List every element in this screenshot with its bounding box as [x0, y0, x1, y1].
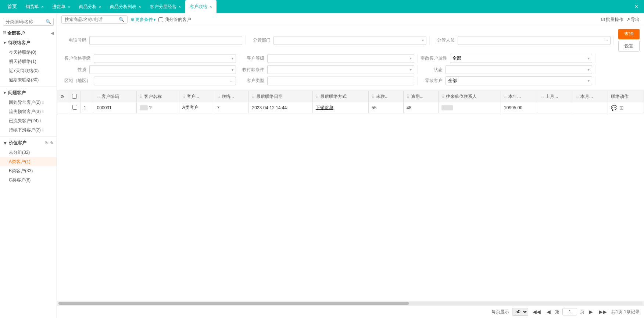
- action-icons: 💬 ⊞: [611, 105, 641, 111]
- sidebar-all-customers[interactable]: ⠿ 全部客户 ◀: [0, 29, 57, 38]
- page-next-btn[interactable]: ▶: [587, 309, 594, 315]
- retail-attr-select[interactable]: 全部▾: [450, 54, 592, 63]
- td-check[interactable]: [69, 102, 81, 113]
- sidebar-class-c[interactable]: C类客户(6): [0, 176, 57, 185]
- nature-select[interactable]: ▾: [89, 65, 236, 74]
- manager-label: 分管人员: [433, 37, 455, 43]
- phone-input[interactable]: [89, 36, 242, 45]
- edit-icon[interactable]: ✎: [50, 141, 54, 146]
- th-last-month[interactable]: ⠿上月...: [538, 91, 573, 102]
- scrollbar-thumb[interactable]: [58, 302, 409, 305]
- divider: [0, 86, 57, 86]
- setting-button[interactable]: 设置: [618, 41, 640, 52]
- close-icon[interactable]: ×: [99, 4, 101, 9]
- sidebar-class-b[interactable]: B类客户(33): [0, 166, 57, 176]
- gear-icon[interactable]: ⚙: [60, 94, 64, 99]
- th-overdue[interactable]: ⠿逾期...: [403, 91, 438, 102]
- th-no-contact[interactable]: ⠿未联...: [369, 91, 404, 102]
- th-this-month[interactable]: ⠿本月...: [573, 91, 608, 102]
- region-label: 区域（地区）: [64, 78, 91, 84]
- sidebar-week-contact[interactable]: 近7天待联络(0): [0, 66, 57, 75]
- refresh-icon[interactable]: ↻: [45, 141, 49, 146]
- payment-select[interactable]: ▾: [267, 65, 414, 74]
- nav-tab-product-analysis[interactable]: 商品分析 ×: [75, 0, 105, 13]
- filter-search-input[interactable]: [65, 17, 119, 22]
- close-icon[interactable]: ×: [41, 4, 43, 9]
- customer-type-input[interactable]: [267, 77, 414, 85]
- nav-tab-customer-segment[interactable]: 客户分层经营 ×: [146, 0, 185, 13]
- batch-op-button[interactable]: ☑ 批量操作: [601, 17, 623, 23]
- th-type[interactable]: ⠿客户...: [179, 91, 214, 102]
- region-input[interactable]: ···: [94, 77, 236, 85]
- info-icon: ℹ: [42, 128, 44, 132]
- sidebar-overdue-contact[interactable]: 逾期未联络(30): [0, 75, 57, 85]
- sidebar-pending-contact-header[interactable]: ▼ 待联络客户: [0, 38, 57, 48]
- close-icon[interactable]: ×: [68, 4, 70, 9]
- horizontal-scrollbar[interactable]: [57, 301, 644, 305]
- status-select[interactable]: ▾: [446, 65, 592, 74]
- td-last-method[interactable]: 下销货单: [312, 102, 368, 113]
- page-input[interactable]: [562, 308, 577, 315]
- qr-icon[interactable]: ⊞: [619, 105, 624, 111]
- nav-tab-purchase[interactable]: 进货单 ×: [48, 0, 74, 13]
- more-icon: ···: [230, 78, 233, 84]
- price-level-select[interactable]: ▾: [94, 54, 236, 63]
- manager-input[interactable]: ···: [458, 36, 611, 45]
- sidebar-churn-warning[interactable]: 流失预警客户(3) ℹ: [0, 107, 57, 116]
- sidebar-value-customers-header[interactable]: ▼ 价值客户 ↻ ✎: [0, 138, 57, 148]
- filter-search-box[interactable]: 🔍: [61, 15, 128, 24]
- th-gear[interactable]: ⚙: [57, 91, 69, 102]
- nav-tab-sales[interactable]: 销货单 ×: [21, 0, 48, 13]
- td-overdue: 48: [403, 102, 438, 113]
- sidebar-class-a[interactable]: A类客户(1): [0, 157, 57, 166]
- export-button[interactable]: ↗ 导出: [626, 17, 640, 23]
- close-icon[interactable]: ×: [210, 4, 212, 9]
- my-customers-checkbox[interactable]: 我分管的客户: [158, 17, 191, 23]
- th-last-method[interactable]: ⠿最后联络方式: [312, 91, 368, 102]
- chevron-down-icon: ▾: [410, 68, 412, 72]
- chevron-down-icon: ▾: [232, 68, 233, 72]
- th-code[interactable]: ⠿客户编码: [94, 91, 136, 102]
- my-customers-check[interactable]: [158, 17, 163, 22]
- sidebar-tomorrow-contact[interactable]: 明天待联络(1): [0, 57, 57, 66]
- th-name[interactable]: ⠿客户名称: [136, 91, 179, 102]
- close-icon[interactable]: ×: [139, 4, 141, 9]
- row-checkbox[interactable]: [72, 105, 77, 110]
- th-this-year[interactable]: ⠿本年...: [501, 91, 538, 102]
- nav-tab-customer-contact[interactable]: 客户联络 ×: [185, 0, 216, 13]
- td-code[interactable]: 000031: [94, 102, 136, 113]
- page-prev-prev-btn[interactable]: ◀◀: [531, 309, 542, 315]
- sidebar-declining[interactable]: 持续下滑客户(2) ℹ: [0, 126, 57, 135]
- sidebar-today-contact[interactable]: 今天待联络(0): [0, 48, 57, 57]
- filter-actions: ☑ 批量操作 ↗ 导出: [601, 17, 640, 23]
- close-icon[interactable]: ×: [179, 4, 181, 9]
- sidebar-search-box[interactable]: 🔍: [3, 18, 54, 26]
- nav-tab-product-list[interactable]: 商品分析列表 ×: [105, 0, 145, 13]
- more-filters-button[interactable]: ⚙ 更多条件 ▾: [130, 17, 155, 23]
- filter-customer-level: 客户等级 ▾: [239, 54, 417, 63]
- th-check[interactable]: [69, 91, 81, 102]
- customer-level-select[interactable]: ▾: [267, 54, 414, 63]
- close-window-icon[interactable]: ×: [632, 3, 641, 10]
- nav-home[interactable]: 首页: [3, 3, 21, 10]
- sidebar-repurchase-abnormal[interactable]: 回购异常客户(2) ℹ: [0, 98, 57, 107]
- scrollbar-track[interactable]: [58, 302, 643, 305]
- collapse-icon: ◀: [51, 31, 54, 36]
- th-contact[interactable]: ⠿联络...: [214, 91, 249, 102]
- query-button[interactable]: 查询: [618, 29, 640, 39]
- sidebar-ungroup[interactable]: 未分组(32): [0, 148, 57, 157]
- retail-customer-select[interactable]: 全部▾: [446, 76, 592, 85]
- sidebar-search-input[interactable]: [6, 19, 46, 24]
- th-last-date[interactable]: ⠿最后联络日期: [249, 91, 312, 102]
- customer-table: ⚙ ⠿客户编码 ⠿客户名称 ⠿客户... ⠿联络... ⠿最后联络日期 ⠿最后联…: [57, 91, 644, 113]
- sidebar-churned[interactable]: 已流失客户(24) ℹ: [0, 116, 57, 126]
- per-page-select[interactable]: 50: [512, 308, 528, 316]
- sidebar-problem-customers-header[interactable]: ▼ 问题客户: [0, 88, 57, 98]
- dept-select[interactable]: ▾: [273, 36, 426, 45]
- select-all-checkbox[interactable]: [72, 94, 77, 99]
- page-next-next-btn[interactable]: ▶▶: [597, 309, 608, 315]
- th-contact-person[interactable]: ⠿往来单位联系人: [438, 91, 501, 102]
- page-prev-btn[interactable]: ◀: [545, 309, 552, 315]
- export-icon: ↗: [626, 17, 630, 22]
- message-icon[interactable]: 💬: [611, 105, 617, 111]
